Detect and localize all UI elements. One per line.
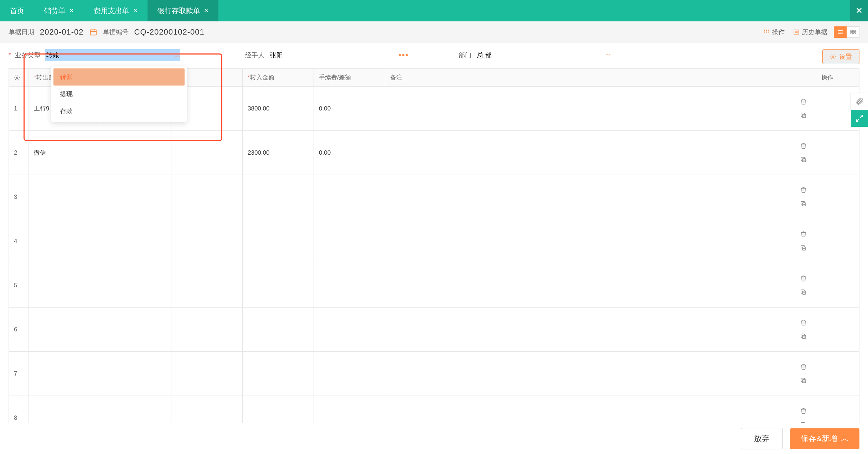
copy-row-button[interactable] xyxy=(800,333,854,340)
cell-remark[interactable] xyxy=(385,263,795,308)
cell-remark[interactable] xyxy=(385,352,795,396)
cell-fee[interactable] xyxy=(314,175,385,219)
cell-in-amount[interactable] xyxy=(243,308,314,352)
biz-type-label: 业务类型 xyxy=(15,51,41,60)
cell-in-amount[interactable] xyxy=(243,219,314,263)
save-and-new-button[interactable]: 保存&新增 ︿ xyxy=(790,428,859,449)
table-row[interactable]: 5 xyxy=(9,263,859,308)
cell-in-account[interactable] xyxy=(171,308,243,352)
cell-in-amount[interactable]: 3800.00 xyxy=(243,87,314,131)
cell-out-amount[interactable] xyxy=(100,263,171,308)
cell-fee[interactable]: 0.00 xyxy=(314,87,385,131)
close-icon[interactable]: ✕ xyxy=(69,8,74,14)
cancel-button[interactable]: 放弃 xyxy=(741,428,783,449)
biz-type-dropdown: 转账 提现 存款 xyxy=(51,66,187,122)
cell-in-amount[interactable] xyxy=(243,352,314,396)
close-icon[interactable]: ✕ xyxy=(204,8,208,14)
gear-column-header[interactable] xyxy=(9,69,29,87)
cell-fee[interactable] xyxy=(314,308,385,352)
settings-button[interactable]: 设置 xyxy=(822,49,859,64)
table-row[interactable]: 7 xyxy=(9,352,859,396)
tab-expense[interactable]: 费用支出单 ✕ xyxy=(84,0,148,21)
cell-in-account[interactable] xyxy=(171,263,243,308)
svg-rect-19 xyxy=(854,33,856,34)
cell-remark[interactable] xyxy=(385,131,795,175)
table-container: *转出账户 额 你 *转入金额 手续费/差额 备注 操作 1工行93800.00… xyxy=(0,68,868,454)
svg-rect-0 xyxy=(90,30,96,35)
history-button[interactable]: 历史单据 xyxy=(791,26,830,38)
copy-row-button[interactable] xyxy=(800,112,854,119)
cell-remark[interactable] xyxy=(385,308,795,352)
table-row[interactable]: 6 xyxy=(9,308,859,352)
biz-type-input[interactable] xyxy=(45,49,180,61)
cell-in-account[interactable] xyxy=(171,131,243,175)
cell-out-account[interactable] xyxy=(29,352,100,396)
cell-actions xyxy=(795,87,859,131)
copy-row-button[interactable] xyxy=(800,377,854,384)
cell-remark[interactable] xyxy=(385,219,795,263)
cell-out-account[interactable] xyxy=(29,308,100,352)
cell-fee[interactable]: 0.00 xyxy=(314,131,385,175)
copy-row-button[interactable] xyxy=(800,245,854,251)
tab-bank-transfer[interactable]: 银行存取款单 ✕ xyxy=(148,0,218,21)
col-remark: 备注 xyxy=(385,69,795,87)
cell-in-account[interactable] xyxy=(171,175,243,219)
table-row[interactable]: 3 xyxy=(9,175,859,219)
view-toggle xyxy=(834,26,859,38)
tab-home[interactable]: 首页 xyxy=(0,0,34,21)
cell-in-account[interactable] xyxy=(171,352,243,396)
cell-remark[interactable] xyxy=(385,175,795,219)
view-list-button[interactable] xyxy=(834,26,847,38)
expand-button[interactable] xyxy=(851,110,868,127)
cell-fee[interactable] xyxy=(314,219,385,263)
more-icon[interactable]: ••• xyxy=(398,51,409,60)
cell-in-account[interactable] xyxy=(171,219,243,263)
operations-button[interactable]: 操作 xyxy=(761,26,787,38)
cell-out-account[interactable] xyxy=(29,219,100,263)
cell-out-amount[interactable] xyxy=(100,308,171,352)
cell-fee[interactable] xyxy=(314,263,385,308)
delete-row-button[interactable] xyxy=(800,187,854,193)
delete-row-button[interactable] xyxy=(800,231,854,237)
handler-field: 经手人 ••• xyxy=(245,49,409,61)
copy-row-button[interactable] xyxy=(800,201,854,207)
cell-out-amount[interactable] xyxy=(100,352,171,396)
chevron-down-icon[interactable]: ﹀ xyxy=(605,51,612,60)
copy-row-button[interactable] xyxy=(800,289,854,295)
delete-row-button[interactable] xyxy=(800,275,854,282)
chevron-up-icon[interactable]: ︿ xyxy=(175,51,181,60)
copy-row-button[interactable] xyxy=(800,156,854,163)
tab-sales[interactable]: 销货单 ✕ xyxy=(34,0,84,21)
cell-out-amount[interactable] xyxy=(100,175,171,219)
delete-row-button[interactable] xyxy=(800,143,854,149)
window-close-button[interactable]: ✕ xyxy=(850,0,868,21)
view-grid-button[interactable] xyxy=(847,26,859,38)
cell-in-amount[interactable] xyxy=(243,175,314,219)
dropdown-option-withdraw[interactable]: 提现 xyxy=(53,86,185,103)
delete-row-button[interactable] xyxy=(800,408,854,414)
table-row[interactable]: 2微信2300.000.00 xyxy=(9,131,859,175)
attachment-button[interactable] xyxy=(851,93,868,110)
cell-remark[interactable] xyxy=(385,87,795,131)
date-value[interactable]: 2020-01-02 xyxy=(40,27,84,37)
cell-out-amount[interactable] xyxy=(100,131,171,175)
cell-out-account[interactable]: 微信 xyxy=(29,131,100,175)
dropdown-option-transfer[interactable]: 转账 xyxy=(53,68,185,86)
dept-input[interactable] xyxy=(476,49,611,61)
table-row[interactable]: 4 xyxy=(9,219,859,263)
cell-out-account[interactable] xyxy=(29,175,100,219)
dropdown-option-deposit[interactable]: 存款 xyxy=(53,103,185,120)
calendar-icon[interactable] xyxy=(89,28,97,36)
cell-out-account[interactable] xyxy=(29,263,100,308)
svg-point-6 xyxy=(768,30,769,31)
save-label: 保存&新增 xyxy=(801,433,837,444)
cell-out-amount[interactable] xyxy=(100,219,171,263)
cell-fee[interactable] xyxy=(314,352,385,396)
handler-input[interactable] xyxy=(269,49,404,61)
delete-row-button[interactable] xyxy=(800,98,854,105)
delete-row-button[interactable] xyxy=(800,319,854,326)
cell-in-amount[interactable]: 2300.00 xyxy=(243,131,314,175)
cell-in-amount[interactable] xyxy=(243,263,314,308)
close-icon[interactable]: ✕ xyxy=(133,8,138,14)
delete-row-button[interactable] xyxy=(800,363,854,370)
